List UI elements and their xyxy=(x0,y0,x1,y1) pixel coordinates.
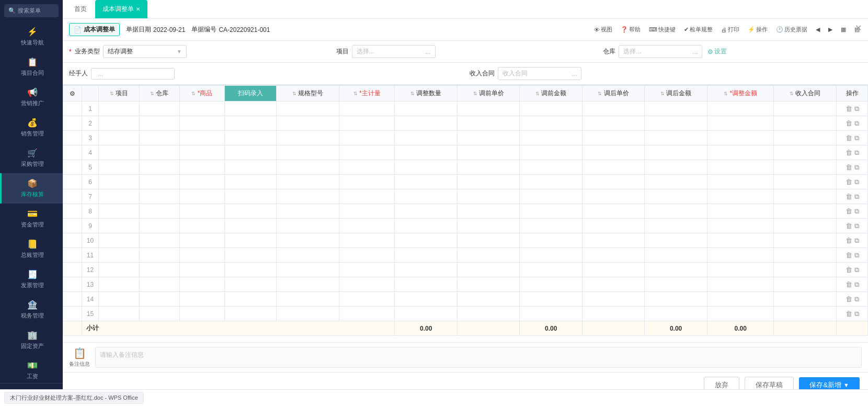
taskbar-item[interactable]: 木门行业好业财处理方案-墨红红.doc - WPS Office xyxy=(4,392,144,404)
print-btn[interactable]: 🖨打印 xyxy=(719,25,741,35)
row-delete-icon[interactable]: 🗑 xyxy=(846,163,852,172)
row-data-cell[interactable] xyxy=(339,204,395,219)
row-data-cell[interactable] xyxy=(582,189,644,204)
income-contract-input[interactable]: 收入合同 ... xyxy=(498,67,581,80)
row-data-cell[interactable] xyxy=(774,102,837,116)
row-data-cell[interactable] xyxy=(582,116,644,131)
row-data-cell[interactable] xyxy=(339,277,395,292)
row-data-cell[interactable] xyxy=(645,248,707,263)
row-data-cell[interactable] xyxy=(707,145,774,160)
row-data-cell[interactable] xyxy=(582,175,644,189)
row-data-cell[interactable] xyxy=(457,233,519,248)
row-data-cell[interactable] xyxy=(99,277,140,292)
row-data-cell[interactable] xyxy=(707,219,774,233)
row-data-cell[interactable] xyxy=(395,292,457,307)
row-data-cell[interactable] xyxy=(277,175,339,189)
row-data-cell[interactable] xyxy=(707,131,774,145)
row-data-cell[interactable] xyxy=(99,233,140,248)
row-data-cell[interactable] xyxy=(277,189,339,204)
row-data-cell[interactable] xyxy=(457,307,519,321)
row-data-cell[interactable] xyxy=(707,175,774,189)
col-after-price[interactable]: ⇅ 调后单价 xyxy=(582,86,644,102)
row-data-cell[interactable] xyxy=(707,263,774,277)
row-delete-icon[interactable]: 🗑 xyxy=(846,310,852,318)
col-adj-amount[interactable]: ⇅ *调整金额 xyxy=(707,86,774,102)
row-copy-icon[interactable]: ⧉ xyxy=(854,105,859,113)
row-copy-icon[interactable]: ⧉ xyxy=(854,193,859,201)
col-prev-price[interactable]: ⇅ 调前单价 xyxy=(457,86,519,102)
row-data-cell[interactable] xyxy=(180,248,225,263)
row-data-cell[interactable] xyxy=(774,233,837,248)
row-data-cell[interactable] xyxy=(277,204,339,219)
row-data-cell[interactable] xyxy=(457,102,519,116)
sidebar-item-ledger-mgmt[interactable]: 📒总账管理 xyxy=(0,234,63,264)
row-data-cell[interactable] xyxy=(99,219,140,233)
row-data-cell[interactable] xyxy=(224,160,277,175)
row-data-cell[interactable] xyxy=(774,248,837,263)
row-delete-icon[interactable]: 🗑 xyxy=(846,236,852,245)
col-unit[interactable]: ⇅ *主计量 xyxy=(339,86,395,102)
row-data-cell[interactable] xyxy=(645,131,707,145)
row-data-cell[interactable] xyxy=(139,204,180,219)
tab-home[interactable]: 首页 xyxy=(67,0,94,18)
row-delete-icon[interactable]: 🗑 xyxy=(846,149,852,157)
row-delete-icon[interactable]: 🗑 xyxy=(846,193,852,201)
sidebar-item-quick-nav[interactable]: ⚡快速导航 xyxy=(0,21,63,52)
row-data-cell[interactable] xyxy=(99,116,140,131)
row-data-cell[interactable] xyxy=(457,263,519,277)
sidebar-search[interactable]: 🔍 搜索菜单 xyxy=(4,4,59,17)
help-btn[interactable]: ❓帮助 xyxy=(619,25,643,35)
row-data-cell[interactable] xyxy=(457,131,519,145)
tab-cost-adjust[interactable]: 成本调整单 ✕ xyxy=(95,0,147,18)
row-data-cell[interactable] xyxy=(180,263,225,277)
sidebar-item-capital-mgmt[interactable]: 💳资金管理 xyxy=(0,204,63,234)
col-product[interactable]: ⇅ *商品 xyxy=(180,86,225,102)
row-data-cell[interactable] xyxy=(520,292,582,307)
row-data-cell[interactable] xyxy=(99,248,140,263)
row-data-cell[interactable] xyxy=(277,160,339,175)
row-data-cell[interactable] xyxy=(99,145,140,160)
row-data-cell[interactable] xyxy=(520,204,582,219)
row-copy-icon[interactable]: ⧉ xyxy=(854,280,859,289)
row-data-cell[interactable] xyxy=(774,292,837,307)
row-data-cell[interactable] xyxy=(339,160,395,175)
row-copy-icon[interactable]: ⧉ xyxy=(854,222,859,230)
row-data-cell[interactable] xyxy=(99,102,140,116)
row-data-cell[interactable] xyxy=(339,145,395,160)
row-data-cell[interactable] xyxy=(645,219,707,233)
row-data-cell[interactable] xyxy=(99,189,140,204)
row-data-cell[interactable] xyxy=(180,175,225,189)
row-data-cell[interactable] xyxy=(395,307,457,321)
row-data-cell[interactable] xyxy=(582,277,644,292)
row-data-cell[interactable] xyxy=(224,233,277,248)
row-data-cell[interactable] xyxy=(339,263,395,277)
row-data-cell[interactable] xyxy=(395,131,457,145)
row-data-cell[interactable] xyxy=(774,145,837,160)
row-data-cell[interactable] xyxy=(339,307,395,321)
sidebar-item-tax-mgmt[interactable]: 🏦税务管理 xyxy=(0,295,63,325)
row-data-cell[interactable] xyxy=(139,277,180,292)
row-data-cell[interactable] xyxy=(180,116,225,131)
row-data-cell[interactable] xyxy=(339,175,395,189)
handler-input[interactable]: ... xyxy=(91,68,175,80)
date-value[interactable]: 2022-09-21 xyxy=(153,26,185,33)
row-data-cell[interactable] xyxy=(520,131,582,145)
row-data-cell[interactable] xyxy=(520,233,582,248)
row-data-cell[interactable] xyxy=(707,102,774,116)
row-data-cell[interactable] xyxy=(224,204,277,219)
row-data-cell[interactable] xyxy=(395,116,457,131)
row-delete-icon[interactable]: 🗑 xyxy=(846,134,852,142)
row-data-cell[interactable] xyxy=(395,145,457,160)
row-data-cell[interactable] xyxy=(582,263,644,277)
row-data-cell[interactable] xyxy=(139,219,180,233)
row-data-cell[interactable] xyxy=(582,307,644,321)
row-data-cell[interactable] xyxy=(139,248,180,263)
row-data-cell[interactable] xyxy=(520,102,582,116)
row-data-cell[interactable] xyxy=(457,248,519,263)
row-data-cell[interactable] xyxy=(520,277,582,292)
row-data-cell[interactable] xyxy=(339,248,395,263)
row-delete-icon[interactable]: 🗑 xyxy=(846,222,852,230)
biz-type-input[interactable]: 结存调整 ▼ xyxy=(103,45,187,58)
row-copy-icon[interactable]: ⧉ xyxy=(854,295,859,303)
row-data-cell[interactable] xyxy=(457,160,519,175)
